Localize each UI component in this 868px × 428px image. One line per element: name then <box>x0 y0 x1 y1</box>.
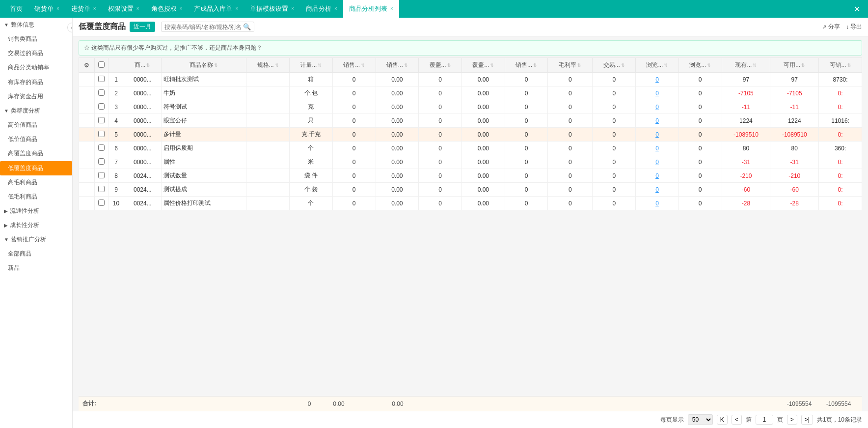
row-settings <box>79 100 95 114</box>
col-spec[interactable]: 规格...⇅ <box>246 58 290 73</box>
close-roles-icon[interactable]: × <box>180 0 183 18</box>
sidebar-item-category-rate[interactable]: 商品分类动销率 <box>0 60 72 75</box>
row-checkbox[interactable] <box>95 197 108 210</box>
sidebar-section-quality[interactable]: ▼ 类群度分析 <box>0 104 72 118</box>
row-browse1[interactable]: 0 <box>636 142 679 155</box>
nav-tab-products[interactable]: 产成品入库单 × <box>188 0 244 18</box>
row-checkbox[interactable] <box>95 100 108 114</box>
row-browse1[interactable]: 0 <box>636 183 679 197</box>
sidebar-item-high-value[interactable]: 高价值商品 <box>0 118 72 132</box>
sidebar-section-flow[interactable]: ▶ 流通性分析 <box>0 204 72 218</box>
col-code[interactable]: 商...⇅ <box>124 58 162 73</box>
nav-tab-analysis-list[interactable]: 商品分析列表 × <box>343 0 399 18</box>
sidebar-item-new-goods[interactable]: 新品 <box>0 261 72 275</box>
row-checkbox[interactable] <box>95 86 108 100</box>
row-sales-x: 0 <box>505 114 548 128</box>
period-button[interactable]: 近一月 <box>130 22 155 32</box>
sidebar-item-low-margin[interactable]: 低毛利商品 <box>0 190 72 204</box>
nav-tab-analysis[interactable]: 商品分析 × <box>300 0 343 18</box>
row-browse2: 0 <box>678 197 722 210</box>
select-all-checkbox[interactable] <box>98 61 105 68</box>
col-sales-qty[interactable]: 销售...⇅ <box>332 58 376 73</box>
row-checkbox[interactable] <box>95 114 108 128</box>
row-checkbox[interactable] <box>95 183 108 197</box>
sidebar-item-in-stock[interactable]: 有库存的商品 <box>0 75 72 89</box>
nav-tab-templates[interactable]: 单据模板设置 × <box>244 0 300 18</box>
sidebar-item-high-coverage[interactable]: 高覆盖度商品 <box>0 146 72 161</box>
row-browse1[interactable]: 0 <box>636 169 679 183</box>
close-sales-icon[interactable]: × <box>56 0 59 18</box>
arrow-quality-icon: ▼ <box>4 108 9 114</box>
col-current[interactable]: 现有...⇅ <box>722 58 770 73</box>
col-available[interactable]: 可用...⇅ <box>770 58 819 73</box>
sidebar-item-low-value[interactable]: 低价值商品 <box>0 132 72 146</box>
first-page-button[interactable]: K <box>717 415 728 425</box>
row-browse1[interactable]: 0 <box>636 73 679 86</box>
nav-tab-permissions[interactable]: 权限设置 × <box>102 0 145 18</box>
page-size-select[interactable]: 50 20 100 <box>688 414 713 425</box>
row-spec <box>246 114 290 128</box>
col-coverage2[interactable]: 覆盖...⇅ <box>461 58 505 73</box>
table-row: 8 0024... 测试数量 袋,件 0 0.00 0 0.00 0 0 0 0… <box>79 169 862 183</box>
row-name: 属性价格打印测试 <box>161 197 246 210</box>
close-analysis-icon[interactable]: × <box>334 0 337 18</box>
table-row: 3 0000... 符号测试 克 0 0.00 0 0.00 0 0 0 0 0… <box>79 100 862 114</box>
prev-page-button[interactable]: < <box>732 415 742 425</box>
sidebar-item-all-goods[interactable]: 全部商品 <box>0 247 72 261</box>
row-checkbox[interactable] <box>95 155 108 169</box>
sidebar-item-traded-goods[interactable]: 交易过的商品 <box>0 46 72 60</box>
col-browse1[interactable]: 浏览...⇅ <box>636 58 679 73</box>
row-browse1[interactable]: 0 <box>636 100 679 114</box>
sidebar-section-marketing[interactable]: ▼ 营销推广分析 <box>0 232 72 247</box>
row-checkbox[interactable] <box>95 169 108 183</box>
search-icon[interactable]: 🔍 <box>243 23 251 30</box>
sidebar-section-overall[interactable]: ▼ 整体信息 <box>0 18 72 32</box>
export-button[interactable]: ↓ 导出 <box>846 23 862 31</box>
col-name[interactable]: 商品名称⇅ <box>161 58 246 73</box>
table-container[interactable]: ⚙ 商...⇅ 商品名称⇅ 规格...⇅ 计量...⇅ 销售...⇅ 销售...… <box>79 57 862 396</box>
row-browse1[interactable]: 0 <box>636 128 679 142</box>
close-products-icon[interactable]: × <box>235 0 238 18</box>
search-input[interactable] <box>164 24 243 30</box>
row-trade: 0 <box>593 86 636 100</box>
share-button[interactable]: ↗ 分享 <box>822 23 840 31</box>
close-analysis-list-icon[interactable]: × <box>390 0 393 18</box>
col-settings[interactable]: ⚙ <box>79 58 95 73</box>
row-coverage1: 0 <box>419 169 462 183</box>
nav-tab-sales[interactable]: 销货单 × <box>28 0 65 18</box>
page-number-input[interactable] <box>756 415 773 425</box>
sidebar-item-low-coverage[interactable]: 低覆盖度商品 <box>0 161 72 175</box>
col-margin-rate[interactable]: 毛利率⇅ <box>548 58 593 73</box>
row-browse1[interactable]: 0 <box>636 155 679 169</box>
close-all-tabs-button[interactable]: ✕ <box>850 4 864 14</box>
row-browse1[interactable]: 0 <box>636 114 679 128</box>
row-checkbox[interactable] <box>95 73 108 86</box>
col-trade[interactable]: 交易...⇅ <box>593 58 636 73</box>
table-row: 10 0024... 属性价格打印测试 个 0 0.00 0 0.00 0 0 … <box>79 197 862 210</box>
close-templates-icon[interactable]: × <box>291 0 294 18</box>
row-browse2: 0 <box>678 100 722 114</box>
col-unit[interactable]: 计量...⇅ <box>290 58 333 73</box>
col-coverage1[interactable]: 覆盖...⇅ <box>419 58 462 73</box>
close-purchase-icon[interactable]: × <box>93 0 96 18</box>
col-saleable[interactable]: 可销...⇅ <box>819 58 862 73</box>
col-sales-amt[interactable]: 销售...⇅ <box>376 58 419 73</box>
col-checkbox[interactable] <box>95 58 108 73</box>
sidebar-section-growth[interactable]: ▶ 成长性分析 <box>0 218 72 232</box>
col-browse2[interactable]: 浏览...⇅ <box>678 58 722 73</box>
nav-tab-home[interactable]: 首页 <box>4 0 28 18</box>
last-page-button[interactable]: >| <box>801 415 813 425</box>
nav-tab-roles[interactable]: 角色授权 × <box>145 0 189 18</box>
next-page-button[interactable]: > <box>787 415 797 425</box>
close-permissions-icon[interactable]: × <box>136 0 139 18</box>
col-sales-x[interactable]: 销售...⇅ <box>505 58 548 73</box>
row-current: 1224 <box>722 114 770 128</box>
row-checkbox[interactable] <box>95 128 108 142</box>
row-browse1[interactable]: 0 <box>636 86 679 100</box>
row-checkbox[interactable] <box>95 142 108 155</box>
sidebar-item-fund-occupy[interactable]: 库存资金占用 <box>0 89 72 104</box>
sidebar-item-high-margin[interactable]: 高毛利商品 <box>0 175 72 190</box>
nav-tab-purchase[interactable]: 进货单 × <box>65 0 102 18</box>
row-browse1[interactable]: 0 <box>636 197 679 210</box>
sidebar-item-sales-goods[interactable]: 销售类商品 <box>0 32 72 46</box>
